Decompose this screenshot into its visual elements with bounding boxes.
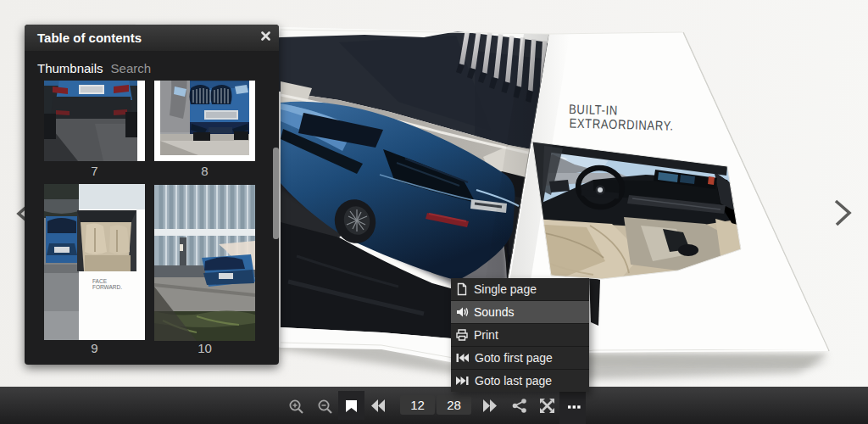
svg-text:FORWARD.: FORWARD. [92,284,122,290]
svg-text:EXTRAORDINARY.: EXTRAORDINARY. [569,115,674,133]
svg-text:FACE: FACE [92,278,108,284]
